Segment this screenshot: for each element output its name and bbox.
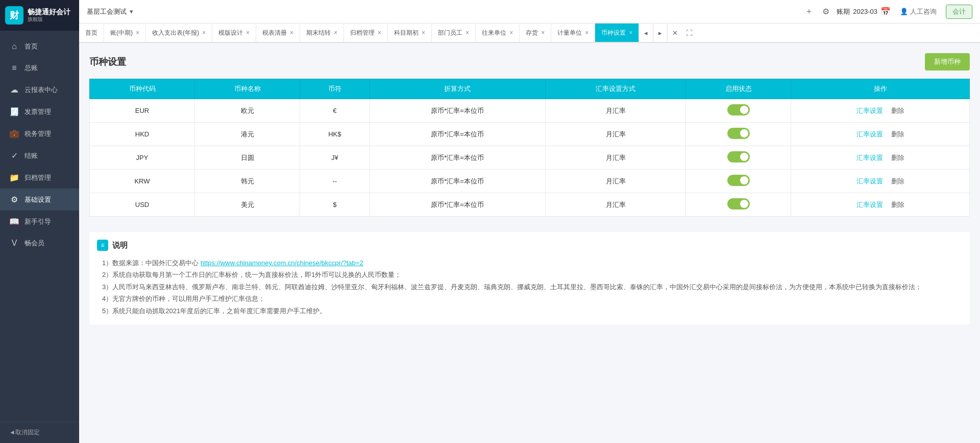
cell-name: 韩元 xyxy=(195,170,300,193)
sidebar-item-label: 结账 xyxy=(24,151,38,160)
delete-button[interactable]: 删除 xyxy=(891,177,904,186)
sidebar-footer-toggle[interactable]: ◄取消固定 xyxy=(0,422,79,443)
cell-status xyxy=(686,193,791,217)
status-toggle[interactable] xyxy=(727,104,750,115)
sidebar-logo: 财 畅捷通好会计 旗舰版 xyxy=(0,0,79,31)
sidebar-item-member[interactable]: V 畅会员 xyxy=(0,232,79,254)
currency-table: 币种代码 币种名称 币符 折算方式 汇率设置方式 启用状态 操作 EUR 欧元 … xyxy=(89,79,970,217)
consult-button[interactable]: 👤 人工咨询 xyxy=(896,5,941,18)
rate-setting-button[interactable]: 汇率设置 xyxy=(856,106,883,115)
tab-template[interactable]: 模版设计 × xyxy=(212,24,256,42)
tab-period[interactable]: 账(中期) × xyxy=(104,24,146,42)
tab-close-icon[interactable]: × xyxy=(422,29,425,36)
tab-label: 科目期初 xyxy=(394,29,419,37)
tab-income[interactable]: 收入支出表(年报) × xyxy=(146,24,212,42)
sidebar-item-label: 云报表中心 xyxy=(24,85,58,95)
topbar-period: 账期 2023-03 📅 xyxy=(837,7,891,16)
company-dropdown-icon[interactable]: ▾ xyxy=(130,8,133,15)
tab-subject[interactable]: 科目期初 × xyxy=(388,24,432,42)
sidebar-item-invoice[interactable]: 🧾 发票管理 xyxy=(0,101,79,123)
tab-close-icon[interactable]: × xyxy=(378,29,381,36)
tab-close-icon[interactable]: × xyxy=(465,29,469,36)
notice-title: ≡ 说明 xyxy=(97,240,962,251)
sidebar-item-checkout[interactable]: ✓ 结账 xyxy=(0,145,79,167)
tab-archive[interactable]: 归档管理 × xyxy=(344,24,388,42)
cell-rate-method: 月汇率 xyxy=(545,123,686,146)
tab-next-button[interactable]: ▸ xyxy=(653,24,668,42)
status-toggle[interactable] xyxy=(727,151,750,162)
sidebar-item-ledger[interactable]: ≡ 总账 xyxy=(0,57,79,79)
sidebar-item-tax[interactable]: 💼 税务管理 xyxy=(0,123,79,145)
calendar-icon[interactable]: 📅 xyxy=(880,7,891,16)
tab-close-all-button[interactable]: ✕ xyxy=(668,24,682,42)
col-conversion: 折算方式 xyxy=(370,79,545,99)
delete-button[interactable]: 删除 xyxy=(891,130,904,139)
delete-button[interactable]: 删除 xyxy=(891,153,904,162)
tab-close-icon[interactable]: × xyxy=(334,29,337,36)
tab-close-icon[interactable]: × xyxy=(509,29,513,36)
page-content: 币种设置 新增币种 币种代码 币种名称 币符 折算方式 汇率设置方式 启用状态 … xyxy=(79,43,980,443)
new-currency-button[interactable]: 新增币种 xyxy=(925,53,970,71)
rate-setting-button[interactable]: 汇率设置 xyxy=(856,130,883,139)
tab-close-icon[interactable]: × xyxy=(290,29,293,36)
tab-contact[interactable]: 往来单位 × xyxy=(476,24,520,42)
ledger-icon: ≡ xyxy=(9,63,19,73)
sidebar-item-guide[interactable]: 📖 新手引导 xyxy=(0,211,79,232)
tab-close-icon[interactable]: × xyxy=(541,29,545,36)
invoice-icon: 🧾 xyxy=(9,107,19,116)
tab-close-icon[interactable]: × xyxy=(585,29,589,36)
tab-dept[interactable]: 部门员工 × xyxy=(432,24,476,42)
notice-title-text: 说明 xyxy=(112,241,128,250)
tab-unit[interactable]: 计量单位 × xyxy=(551,24,595,42)
sidebar-item-home[interactable]: ⌂ 首页 xyxy=(0,36,79,57)
tab-close-icon[interactable]: × xyxy=(246,29,250,36)
tab-tax[interactable]: 税表清册 × xyxy=(256,24,300,42)
status-toggle[interactable] xyxy=(727,198,750,209)
company-name: 基层工会测试 xyxy=(87,7,127,16)
status-toggle[interactable] xyxy=(727,175,750,186)
tab-home[interactable]: 首页 xyxy=(79,24,104,42)
col-name: 币种名称 xyxy=(195,79,300,99)
cell-name: 美元 xyxy=(195,193,300,217)
delete-button[interactable]: 删除 xyxy=(891,200,904,209)
sidebar-item-reports[interactable]: ☁ 云报表中心 xyxy=(0,79,79,101)
rate-setting-button[interactable]: 汇率设置 xyxy=(856,200,883,209)
tab-close-icon[interactable]: × xyxy=(202,29,206,36)
tab-close-icon[interactable]: × xyxy=(136,29,139,36)
col-symbol: 币符 xyxy=(300,79,370,99)
tab-close-icon[interactable]: × xyxy=(629,29,632,36)
cell-rate-method: 月汇率 xyxy=(545,146,686,170)
settings-button[interactable]: ⚙ xyxy=(820,7,831,16)
cell-symbol: -- xyxy=(300,170,370,193)
cell-conversion: 原币*汇率=本位币 xyxy=(370,99,545,123)
delete-button[interactable]: 删除 xyxy=(891,106,904,115)
tab-currency[interactable]: 币种设置 × xyxy=(595,24,639,42)
tab-maximize-button[interactable]: ⛶ xyxy=(682,24,696,42)
cell-symbol: $ xyxy=(300,193,370,217)
rate-setting-button[interactable]: 汇率设置 xyxy=(856,153,883,162)
cell-actions: 汇率设置 删除 xyxy=(791,193,970,217)
accounting-button[interactable]: 会计 xyxy=(946,5,972,19)
tab-prev-button[interactable]: ◂ xyxy=(639,24,653,42)
logo-text-container: 畅捷通好会计 旗舰版 xyxy=(28,8,70,24)
page-header: 币种设置 新增币种 xyxy=(89,53,970,71)
cell-code: USD xyxy=(90,193,195,217)
sidebar-item-basic[interactable]: ⚙ 基础设置 xyxy=(0,189,79,211)
table-row: HKD 港元 HK$ 原币*汇率=本位币 月汇率 汇率设置 删除 xyxy=(90,123,970,146)
tab-label: 往来单位 xyxy=(482,29,506,37)
sidebar-item-archive[interactable]: 📁 归档管理 xyxy=(0,167,79,189)
tabbar: 首页 账(中期) × 收入支出表(年报) × 模版设计 × 税表清册 × 期末结… xyxy=(79,24,980,43)
tab-close-period[interactable]: 期末结转 × xyxy=(300,24,344,42)
notice-link[interactable]: https://www.chinamoney.com.cn/chinese/bk… xyxy=(201,259,363,267)
status-toggle[interactable] xyxy=(727,128,750,139)
sidebar-item-label: 归档管理 xyxy=(24,173,51,182)
tab-label: 账(中期) xyxy=(110,29,133,37)
guide-icon: 📖 xyxy=(9,217,19,226)
consult-label: 人工咨询 xyxy=(910,7,937,16)
sidebar-item-label: 税务管理 xyxy=(24,129,51,138)
rate-setting-button[interactable]: 汇率设置 xyxy=(856,177,883,186)
table-row: KRW 韩元 -- 原币*汇率=本位币 月汇率 汇率设置 删除 xyxy=(90,170,970,193)
notice-list: 1）数据来源：中国外汇交易中心 https://www.chinamoney.c… xyxy=(97,257,962,317)
add-tab-button[interactable]: ＋ xyxy=(803,6,815,17)
tab-inventory[interactable]: 存货 × xyxy=(520,24,551,42)
